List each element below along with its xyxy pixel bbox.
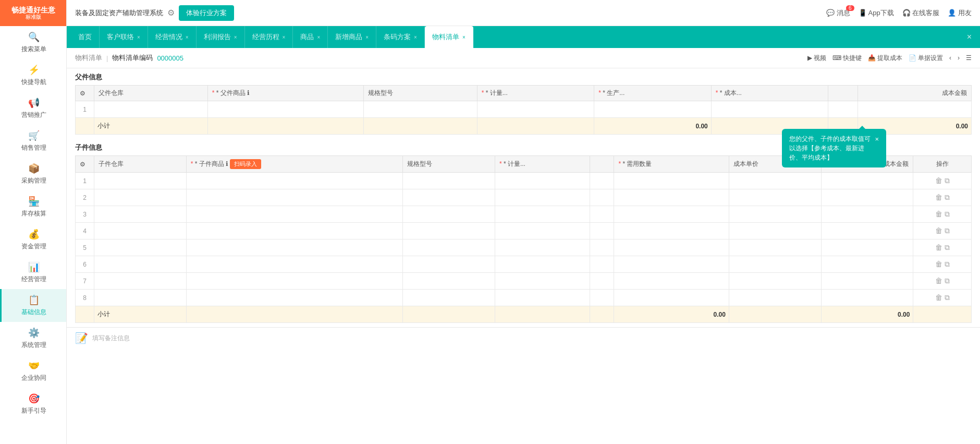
tab-profit-close[interactable]: × — [234, 34, 237, 40]
tab-bom[interactable]: 物料清单 × — [425, 26, 473, 48]
child-row-spec[interactable] — [403, 189, 495, 206]
delete-icon[interactable]: 🗑 — [935, 243, 942, 252]
tab-profit[interactable]: 利润报告 × — [197, 26, 245, 48]
nav-next-button[interactable]: › — [958, 54, 960, 62]
tab-home[interactable]: 首页 — [71, 26, 100, 48]
child-row-qty[interactable] — [614, 173, 729, 189]
tab-history-close[interactable]: × — [283, 34, 286, 40]
delete-icon[interactable]: 🗑 — [935, 293, 942, 302]
copy-icon[interactable]: ⧉ — [945, 193, 950, 202]
child-row-qty[interactable] — [614, 256, 729, 273]
nav-prev-button[interactable]: ‹ — [949, 54, 951, 62]
parent-row-1-spec[interactable] — [364, 101, 477, 118]
sidebar-item-operation[interactable]: 📊 经营管理 — [0, 256, 66, 289]
copy-icon[interactable]: ⧉ — [945, 277, 950, 285]
user-menu[interactable]: 👤 用友 — [948, 8, 972, 18]
settings-icon[interactable]: ⚙ — [167, 8, 175, 18]
sidebar-item-system[interactable]: ⚙️ 系统管理 — [0, 322, 66, 355]
sidebar-item-sales[interactable]: 🛒 销售管理 — [0, 125, 66, 158]
child-row-product[interactable] — [186, 239, 402, 256]
child-row-unit[interactable] — [495, 189, 590, 206]
child-row-spec[interactable] — [403, 173, 495, 189]
delete-icon[interactable]: 🗑 — [935, 260, 942, 269]
view-button[interactable]: ▶ 视频 — [807, 54, 826, 63]
child-row-unit-cost[interactable] — [729, 173, 821, 189]
child-row-qty[interactable] — [614, 239, 729, 256]
child-row-product[interactable] — [186, 256, 402, 273]
single-settings-button[interactable]: 📄 单据设置 — [909, 54, 943, 63]
child-row-unit[interactable] — [495, 290, 590, 306]
tab-barcode-close[interactable]: × — [414, 34, 417, 40]
tab-operation-status-close[interactable]: × — [186, 34, 189, 40]
child-row-unit-cost[interactable] — [729, 189, 821, 206]
child-row-unit[interactable] — [495, 273, 590, 290]
app-download-button[interactable]: 📱 App下载 — [859, 8, 894, 18]
copy-icon[interactable]: ⧉ — [945, 260, 950, 269]
child-row-warehouse[interactable] — [94, 273, 187, 290]
sidebar-item-search[interactable]: 🔍 搜索菜单 — [0, 26, 66, 59]
parent-row-1-produce[interactable] — [594, 101, 712, 118]
child-row-unit[interactable] — [495, 223, 590, 239]
shortcut-button[interactable]: ⌨ 快捷键 — [832, 54, 862, 63]
online-service-button[interactable]: 🎧 在线客服 — [902, 8, 940, 18]
child-row-warehouse[interactable] — [94, 239, 187, 256]
child-row-warehouse[interactable] — [94, 189, 187, 206]
layout-button[interactable]: ☰ — [966, 54, 972, 62]
child-row-product[interactable] — [186, 189, 402, 206]
tab-new-product[interactable]: 新增商品 × — [328, 26, 376, 48]
child-row-spec[interactable] — [403, 273, 495, 290]
parent-row-1-cost[interactable] — [711, 101, 828, 118]
child-row-warehouse[interactable] — [94, 290, 187, 306]
message-button[interactable]: 💬 6 消息 — [826, 8, 850, 18]
tab-customers[interactable]: 客户联络 × — [100, 26, 148, 48]
extract-cost-button[interactable]: 📥 提取成本 — [868, 54, 902, 63]
child-row-warehouse[interactable] — [94, 256, 187, 273]
parent-row-1-unit[interactable] — [477, 101, 594, 118]
child-row-unit[interactable] — [495, 256, 590, 273]
sidebar-item-guide[interactable]: 🎯 新手引导 — [0, 388, 66, 421]
child-row-unit-cost[interactable] — [729, 239, 821, 256]
child-row-warehouse[interactable] — [94, 173, 187, 189]
child-row-product[interactable] — [186, 273, 402, 290]
child-row-product[interactable] — [186, 290, 402, 306]
child-row-unit-cost[interactable] — [729, 290, 821, 306]
child-row-spec[interactable] — [403, 206, 495, 223]
tab-bom-close[interactable]: × — [462, 34, 466, 40]
child-row-spec[interactable] — [403, 239, 495, 256]
child-row-product[interactable] — [186, 173, 402, 189]
close-all-tabs-button[interactable]: × — [963, 32, 976, 42]
child-row-unit[interactable] — [495, 173, 590, 189]
child-row-unit[interactable] — [495, 239, 590, 256]
copy-icon[interactable]: ⧉ — [945, 226, 950, 235]
delete-icon[interactable]: 🗑 — [935, 277, 942, 285]
child-row-qty[interactable] — [614, 273, 729, 290]
tab-products-close[interactable]: × — [317, 34, 320, 40]
scan-button[interactable]: 扫码录入 — [230, 159, 261, 169]
parent-row-1-product[interactable] — [207, 101, 363, 118]
child-row-unit-cost[interactable] — [729, 256, 821, 273]
delete-icon[interactable]: 🗑 — [935, 193, 942, 202]
sidebar-item-purchase[interactable]: 📦 采购管理 — [0, 158, 66, 190]
sidebar-item-basic[interactable]: 📋 基础信息 — [0, 289, 66, 322]
tab-operation-status[interactable]: 经营情况 × — [148, 26, 197, 48]
child-row-qty[interactable] — [614, 223, 729, 239]
child-row-unit-cost[interactable] — [729, 273, 821, 290]
tab-customers-close[interactable]: × — [137, 34, 140, 40]
sidebar-item-enterprise[interactable]: 🤝 企业协同 — [0, 355, 66, 388]
child-row-spec[interactable] — [403, 256, 495, 273]
tab-history[interactable]: 经营历程 × — [245, 26, 293, 48]
child-row-qty[interactable] — [614, 290, 729, 306]
child-row-qty[interactable] — [614, 189, 729, 206]
parent-row-1-warehouse[interactable] — [94, 101, 208, 118]
child-row-unit-cost[interactable] — [729, 223, 821, 239]
child-row-spec[interactable] — [403, 223, 495, 239]
copy-icon[interactable]: ⧉ — [945, 293, 950, 302]
child-row-unit[interactable] — [495, 206, 590, 223]
tab-products[interactable]: 商品 × — [293, 26, 328, 48]
child-row-warehouse[interactable] — [94, 223, 187, 239]
child-row-product[interactable] — [186, 223, 402, 239]
delete-icon[interactable]: 🗑 — [935, 226, 942, 235]
tooltip-close-button[interactable]: × — [875, 134, 879, 145]
sidebar-item-inventory[interactable]: 🏪 库存核算 — [0, 190, 66, 223]
copy-icon[interactable]: ⧉ — [945, 210, 950, 219]
